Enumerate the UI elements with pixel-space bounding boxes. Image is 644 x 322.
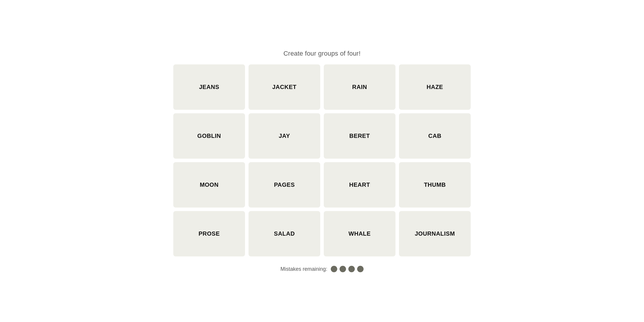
tile-label-beret: BERET xyxy=(349,133,370,139)
tile-label-rain: RAIN xyxy=(352,84,367,90)
tile-label-haze: HAZE xyxy=(427,84,443,90)
tile-jeans[interactable]: JEANS xyxy=(173,64,245,110)
tile-pages[interactable]: PAGES xyxy=(249,162,320,208)
tile-label-jay: JAY xyxy=(279,133,290,139)
mistakes-row: Mistakes remaining: xyxy=(280,266,364,272)
tile-rain[interactable]: RAIN xyxy=(324,64,395,110)
tile-label-whale: WHALE xyxy=(349,230,371,237)
tile-label-jeans: JEANS xyxy=(199,84,219,90)
mistake-dot-3 xyxy=(348,266,355,272)
tile-cab[interactable]: CAB xyxy=(399,113,471,159)
tile-label-pages: PAGES xyxy=(274,181,295,188)
tile-jacket[interactable]: JACKET xyxy=(249,64,320,110)
subtitle: Create four groups of four! xyxy=(283,50,360,57)
tile-label-prose: PROSE xyxy=(198,230,220,237)
tile-jay[interactable]: JAY xyxy=(249,113,320,159)
mistake-dot-4 xyxy=(357,266,364,272)
tile-label-salad: SALAD xyxy=(274,230,295,237)
tile-goblin[interactable]: GOBLIN xyxy=(173,113,245,159)
mistake-dot-1 xyxy=(331,266,337,272)
game-container: Create four groups of four! JEANSJACKETR… xyxy=(161,50,483,272)
mistakes-label: Mistakes remaining: xyxy=(280,266,327,272)
tile-heart[interactable]: HEART xyxy=(324,162,395,208)
tile-moon[interactable]: MOON xyxy=(173,162,245,208)
tile-thumb[interactable]: THUMB xyxy=(399,162,471,208)
tile-beret[interactable]: BERET xyxy=(324,113,395,159)
tile-label-thumb: THUMB xyxy=(424,181,446,188)
mistakes-dots xyxy=(331,266,364,272)
tile-salad[interactable]: SALAD xyxy=(249,211,320,256)
mistake-dot-2 xyxy=(340,266,346,272)
tile-grid: JEANSJACKETRAINHAZEGOBLINJAYBERETCABMOON… xyxy=(173,64,471,256)
tile-label-moon: MOON xyxy=(200,181,218,188)
tile-label-jacket: JACKET xyxy=(272,84,297,90)
tile-label-goblin: GOBLIN xyxy=(197,133,221,139)
tile-label-heart: HEART xyxy=(349,181,370,188)
tile-prose[interactable]: PROSE xyxy=(173,211,245,256)
tile-whale[interactable]: WHALE xyxy=(324,211,395,256)
tile-haze[interactable]: HAZE xyxy=(399,64,471,110)
tile-journalism[interactable]: JOURNALISM xyxy=(399,211,471,256)
tile-label-journalism: JOURNALISM xyxy=(415,230,455,237)
tile-label-cab: CAB xyxy=(428,133,441,139)
